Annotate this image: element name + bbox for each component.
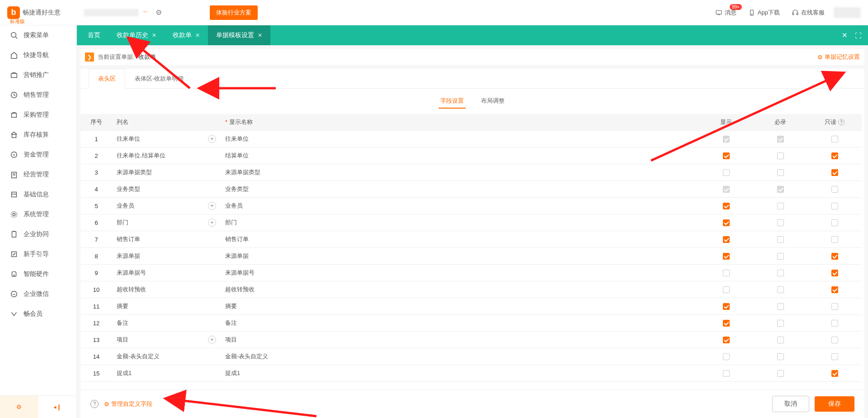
sidebar-item-7[interactable]: 经营管理: [0, 165, 76, 185]
sidebar-item-12[interactable]: 智能硬件: [0, 264, 76, 284]
org-selector[interactable]: ﹀ ⚙: [84, 8, 202, 17]
row-display[interactable]: 提成1: [221, 365, 699, 382]
sidebar-item-8[interactable]: 基础信息: [0, 185, 76, 204]
checkbox[interactable]: [777, 353, 784, 360]
checkbox[interactable]: [777, 152, 784, 159]
help-icon[interactable]: ?: [90, 400, 99, 408]
cancel-button[interactable]: 取消: [772, 396, 809, 412]
row-display[interactable]: 项目: [221, 332, 699, 348]
sub-tab-0[interactable]: 字段设置: [439, 94, 466, 109]
checkbox[interactable]: [831, 136, 838, 142]
row-display[interactable]: 摘要: [221, 298, 699, 315]
sidebar-item-1[interactable]: 快捷导航: [0, 45, 76, 65]
row-display[interactable]: 金额-表头自定义: [221, 348, 699, 365]
sidebar-item-11[interactable]: 新手引导: [0, 244, 76, 264]
checkbox[interactable]: [777, 253, 784, 260]
memory-settings-link[interactable]: ⚙ 单据记忆设置: [817, 53, 860, 61]
checkbox[interactable]: [723, 169, 730, 176]
close-icon[interactable]: ✕: [152, 32, 156, 38]
checkbox[interactable]: [777, 219, 784, 226]
checkbox[interactable]: [723, 337, 730, 343]
gear-icon[interactable]: ⚙: [156, 8, 162, 17]
checkbox[interactable]: [777, 370, 784, 377]
support-link[interactable]: 在线客服: [792, 9, 825, 17]
sidebar-item-9[interactable]: 系统管理: [0, 204, 76, 224]
checkbox[interactable]: [831, 337, 838, 343]
close-tab-icon[interactable]: ✕: [842, 31, 848, 39]
checkbox[interactable]: [831, 169, 838, 176]
checkbox[interactable]: [831, 253, 838, 260]
checkbox[interactable]: [831, 186, 838, 193]
checkbox[interactable]: [831, 320, 838, 327]
checkbox[interactable]: [831, 370, 838, 377]
expand-button[interactable]: ❯: [85, 52, 94, 62]
checkbox[interactable]: [777, 270, 784, 276]
collapse-sidebar-icon[interactable]: ◂❙: [38, 396, 77, 418]
sidebar-item-3[interactable]: 销售管理: [0, 85, 76, 105]
row-display[interactable]: 业务员: [221, 198, 699, 214]
close-icon[interactable]: ✕: [195, 32, 200, 38]
checkbox[interactable]: [723, 270, 730, 276]
checkbox[interactable]: [723, 370, 730, 377]
checkbox[interactable]: [831, 303, 838, 310]
checkbox[interactable]: [723, 353, 730, 360]
add-icon[interactable]: +: [208, 218, 216, 227]
checkbox[interactable]: [777, 286, 784, 293]
checkbox[interactable]: [723, 203, 730, 209]
industry-plan-button[interactable]: 体验行业方案: [210, 5, 258, 20]
sidebar-item-0[interactable]: 搜索菜单: [0, 25, 76, 45]
checkbox[interactable]: [831, 152, 838, 159]
checkbox[interactable]: [831, 353, 838, 360]
settings-icon[interactable]: ⚙: [0, 396, 38, 418]
checkbox[interactable]: [777, 169, 784, 176]
sub-tab-1[interactable]: 布局调整: [479, 94, 506, 109]
checkbox[interactable]: [831, 219, 838, 226]
checkbox[interactable]: [723, 236, 730, 243]
page-tab-1[interactable]: 收款单历史✕: [108, 25, 165, 45]
area-tab-0[interactable]: 表头区: [89, 69, 125, 89]
row-display[interactable]: 来源单据号: [221, 265, 699, 281]
row-display[interactable]: 业务类型: [221, 181, 699, 198]
app-download-link[interactable]: App下载: [748, 9, 780, 17]
row-display[interactable]: 超收转预收: [221, 281, 699, 298]
sidebar-item-5[interactable]: 库存核算: [0, 125, 76, 145]
checkbox[interactable]: [777, 236, 784, 243]
checkbox[interactable]: [831, 236, 838, 243]
fullscreen-icon[interactable]: ⛶: [855, 32, 862, 39]
checkbox[interactable]: [777, 203, 784, 209]
checkbox[interactable]: [723, 152, 730, 159]
area-tab-1[interactable]: 表体区-收款单明细: [125, 69, 193, 89]
messages-link[interactable]: 消息 99+: [715, 9, 736, 17]
manage-custom-fields-link[interactable]: ⚙ 管理自定义字段: [104, 400, 152, 408]
row-display[interactable]: 部门: [221, 214, 699, 231]
sidebar-item-6[interactable]: ¥资金管理: [0, 145, 76, 165]
save-button[interactable]: 保存: [815, 396, 854, 412]
row-display[interactable]: 备注: [221, 315, 699, 332]
user-avatar[interactable]: [834, 7, 861, 18]
checkbox[interactable]: [831, 203, 838, 209]
checkbox[interactable]: [723, 320, 730, 327]
checkbox[interactable]: [777, 320, 784, 327]
page-tab-2[interactable]: 收款单✕: [165, 25, 208, 45]
page-tab-0[interactable]: 首页: [80, 25, 108, 45]
close-icon[interactable]: ✕: [258, 32, 262, 38]
row-display[interactable]: 销售订单: [221, 231, 699, 248]
row-display[interactable]: 来源单据类型: [221, 164, 699, 181]
sidebar-item-14[interactable]: 畅会员: [0, 304, 76, 324]
checkbox[interactable]: [777, 337, 784, 343]
checkbox[interactable]: [777, 303, 784, 310]
checkbox[interactable]: [723, 253, 730, 260]
add-icon[interactable]: +: [208, 135, 216, 143]
sidebar-item-10[interactable]: 企业协同: [0, 224, 76, 244]
sidebar-item-2[interactable]: 营销推广: [0, 65, 76, 85]
page-tab-3[interactable]: 单据模板设置✕: [208, 25, 270, 45]
add-icon[interactable]: +: [208, 336, 216, 344]
add-icon[interactable]: +: [208, 202, 216, 210]
row-display[interactable]: 来源单据: [221, 248, 699, 265]
sidebar-item-13[interactable]: 企业微信: [0, 284, 76, 304]
checkbox[interactable]: [723, 303, 730, 310]
checkbox[interactable]: [831, 286, 838, 293]
row-display[interactable]: 往来单位: [221, 131, 699, 147]
sidebar-item-4[interactable]: 采购管理: [0, 105, 76, 125]
checkbox[interactable]: [723, 219, 730, 226]
